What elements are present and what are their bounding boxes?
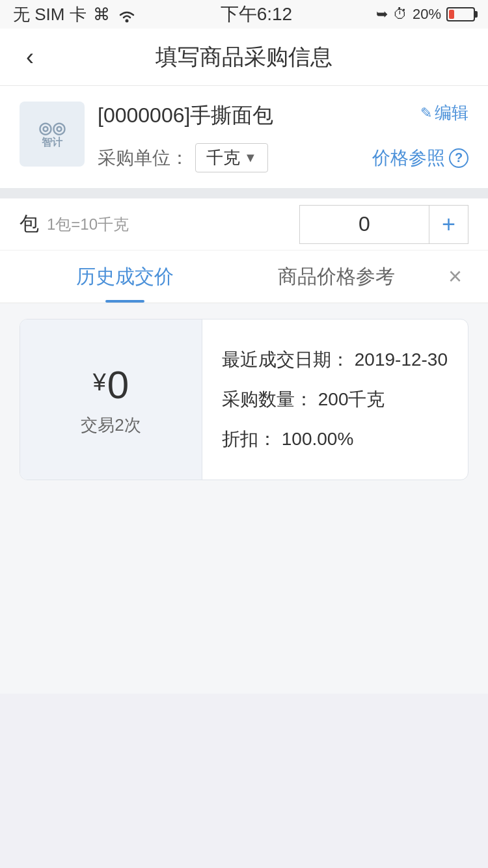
recent-date-label: 最近成交日期： [222, 349, 349, 370]
section-divider [0, 188, 488, 198]
signal-text: 无 SIM 卡 [13, 3, 87, 26]
tab-price-ref-label: 商品价格参考 [278, 264, 395, 290]
unit-value: 千克 [206, 146, 240, 169]
unit-select[interactable]: 千克 ▼ [195, 143, 268, 172]
price-value: 0 [107, 362, 129, 407]
unit-label: 采购单位： 千克 ▼ [98, 143, 268, 172]
svg-point-0 [125, 19, 128, 22]
price-card-right: 最近成交日期： 2019-12-30 采购数量： 200千克 折扣： 100.0… [202, 319, 468, 480]
question-icon: ? [449, 148, 468, 168]
product-logo: ◎◎ 智计 [38, 120, 66, 148]
quantity-hint: 1包=10千克 [47, 214, 129, 235]
edit-button[interactable]: ✎ 编辑 [420, 102, 468, 124]
status-time: 下午6:12 [221, 2, 293, 27]
alarm-icon: ⏱ [393, 6, 407, 23]
owl-brand-text: 智计 [42, 137, 62, 148]
discount-row: 折扣： 100.00% [222, 425, 448, 454]
quantity-section: 包 1包=10千克 0 + [0, 198, 488, 251]
tab-price-ref[interactable]: 商品价格参考 [230, 251, 441, 303]
quantity-plus-button[interactable]: + [429, 205, 468, 244]
purchase-qty-row: 采购数量： 200千克 [222, 385, 448, 414]
price-card-left: ¥ 0 交易2次 [20, 319, 202, 480]
quantity-label: 包 1包=10千克 [20, 211, 129, 237]
product-thumbnail: ◎◎ 智计 [20, 102, 85, 167]
edit-label: 编辑 [435, 102, 468, 124]
tab-history-label: 历史成交价 [76, 264, 174, 290]
trade-count: 交易2次 [81, 414, 141, 437]
battery-pct: 20% [413, 6, 441, 23]
status-left: 无 SIM 卡 ⌘ [13, 3, 137, 26]
product-info: [0000006]手撕面包 ✎ 编辑 采购单位： 千克 ▼ 价格参照 ? [98, 102, 468, 172]
unit-dropdown-arrow: ▼ [244, 150, 257, 165]
purchase-qty-value: 200千克 [318, 389, 385, 409]
back-button[interactable]: ‹ [20, 37, 40, 77]
quantity-control: 0 + [299, 205, 468, 244]
status-right: ➥ ⏱ 20% [376, 6, 475, 23]
page-title: 填写商品采购信息 [156, 42, 332, 72]
tab-close-button[interactable]: × [442, 258, 468, 295]
tab-section: 历史成交价 商品价格参考 × [0, 251, 488, 303]
discount-label: 折扣： [222, 429, 277, 449]
wifi-icon: ⌘ [93, 5, 137, 25]
battery-icon [446, 7, 475, 21]
product-section: ◎◎ 智计 [0000006]手撕面包 ✎ 编辑 采购单位： 千克 ▼ [0, 86, 488, 188]
price-card: ¥ 0 交易2次 最近成交日期： 2019-12-30 采购数量： 200千克 … [20, 319, 468, 480]
recent-date-row: 最近成交日期： 2019-12-30 [222, 346, 448, 375]
owl-eyes-icon: ◎◎ [38, 120, 66, 136]
location-icon: ➥ [376, 6, 388, 23]
recent-date-value: 2019-12-30 [355, 349, 448, 370]
purchase-qty-label: 采购数量： [222, 389, 313, 409]
price-amount: ¥ 0 [93, 362, 129, 407]
price-ref-button[interactable]: 价格参照 ? [372, 146, 468, 170]
quantity-unit: 包 [20, 211, 39, 237]
tab-history-price[interactable]: 历史成交价 [20, 251, 230, 303]
edit-icon: ✎ [420, 105, 432, 122]
tab-bar: 历史成交价 商品价格参考 × [0, 251, 488, 303]
history-section: ¥ 0 交易2次 最近成交日期： 2019-12-30 采购数量： 200千克 … [0, 303, 488, 694]
status-bar: 无 SIM 卡 ⌘ 下午6:12 ➥ ⏱ 20% [0, 0, 488, 29]
quantity-input[interactable]: 0 [299, 205, 429, 244]
product-name: [0000006]手撕面包 [98, 102, 273, 130]
discount-value: 100.00% [282, 429, 354, 449]
currency-symbol: ¥ [93, 369, 106, 396]
price-ref-label: 价格参照 [372, 146, 445, 170]
unit-label-text: 采购单位： [98, 146, 189, 170]
nav-bar: ‹ 填写商品采购信息 [0, 29, 488, 86]
